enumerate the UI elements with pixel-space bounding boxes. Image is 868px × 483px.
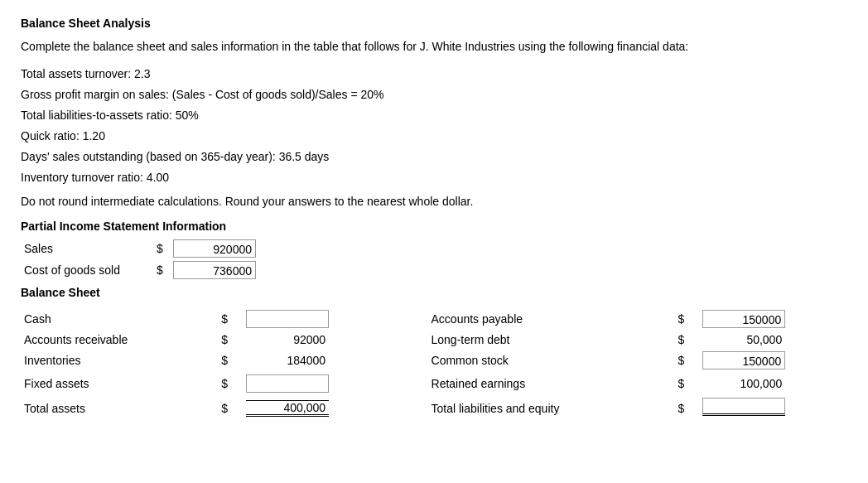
intro-text: Complete the balance sheet and sales inf… [21,38,847,56]
bs-value-inventories: 184000 [243,349,391,372]
bs-label-cs: Common stock [428,349,675,372]
total-le-input[interactable] [702,398,785,416]
bs-dollar-cash: $ [218,307,243,331]
bs-dollar-ltd: $ [674,331,699,349]
page-title: Balance Sheet Analysis [21,17,847,30]
bs-label-ap: Accounts payable [428,307,675,331]
bs-row-ar: Accounts receivable $ 92000 Long-term de… [21,331,847,349]
bs-value-total-le[interactable] [699,395,847,421]
income-row-sales: Sales $ 920000 [21,238,269,259]
bs-value-fixed[interactable] [243,372,391,395]
income-table: Sales $ 920000 Cost of goods sold $ 7360… [21,238,269,281]
bs-value-ar: 92000 [243,331,391,349]
ap-value: 150000 [702,310,785,328]
bs-dollar-inventories: $ [218,349,243,372]
sales-value: 920000 [173,239,256,258]
fixed-assets-input[interactable] [246,374,329,393]
bs-label-ar: Accounts receivable [21,331,218,349]
bs-value-re: 100,000 [699,372,847,395]
bs-label-fixed: Fixed assets [21,372,218,395]
bs-dollar-ap: $ [674,307,699,331]
data-line-3: Total liabilities-to-assets ratio: 50% [21,107,847,124]
income-dollar-cogs: $ [153,259,170,281]
bs-row-fixed: Fixed assets $ Retained earnings $ 100,0… [21,372,847,395]
bs-value-cash[interactable] [243,307,391,331]
bs-dollar-total-le: $ [674,395,699,421]
data-line-4: Quick ratio: 1.20 [21,128,847,145]
cogs-value: 736000 [173,261,256,279]
bs-dollar-ar: $ [218,331,243,349]
bs-label-total-le: Total liabilities and equity [428,395,675,421]
income-section-title: Partial Income Statement Information [21,220,847,233]
income-label-sales: Sales [21,238,153,259]
bs-label-ltd: Long-term debt [428,331,675,349]
bs-label-inventories: Inventories [21,349,218,372]
balance-sheet-title: Balance Sheet [21,286,847,299]
re-value: 100,000 [702,377,785,390]
bs-dollar-re: $ [674,372,699,395]
financial-data-list: Total assets turnover: 2.3 Gross profit … [21,65,847,186]
data-line-6: Inventory turnover ratio: 4.00 [21,169,847,186]
bs-label-total-assets: Total assets [21,395,218,421]
bs-row-total-assets: Total assets $ 400,000 Total liabilities… [21,395,847,421]
bs-label-cash: Cash [21,307,218,331]
data-line-5: Days' sales outstanding (based on 365-da… [21,148,847,166]
income-dollar-sales: $ [153,238,170,259]
data-line-2: Gross profit margin on sales: (Sales - C… [21,86,847,104]
income-label-cogs: Cost of goods sold [21,259,153,281]
bs-dollar-fixed: $ [218,372,243,395]
bs-value-cs: 150000 [699,349,847,372]
ltd-value: 50,000 [702,333,785,346]
ar-value: 92000 [246,333,329,346]
bs-value-total-assets: 400,000 [243,395,391,421]
income-row-cogs: Cost of goods sold $ 736000 [21,259,269,281]
bs-dollar-cs: $ [674,349,699,372]
data-line-1: Total assets turnover: 2.3 [21,65,847,83]
income-value-cogs: 736000 [170,259,269,281]
bs-dollar-total-assets: $ [218,395,243,421]
bs-row-inventories: Inventories $ 184000 Common stock $ 1500… [21,349,847,372]
inventories-value: 184000 [246,354,329,367]
income-value-sales: 920000 [170,238,269,259]
bs-row-cash: Cash $ Accounts payable $ 150000 [21,307,847,331]
bs-value-ltd: 50,000 [699,331,847,349]
note-text: Do not round intermediate calculations. … [21,195,847,208]
cs-value: 150000 [702,351,785,369]
total-assets-value: 400,000 [246,400,329,417]
bs-label-re: Retained earnings [428,372,675,395]
cash-input[interactable] [246,310,329,328]
bs-value-ap: 150000 [699,307,847,331]
balance-sheet-table: Cash $ Accounts payable $ 150000 Account… [21,307,847,421]
